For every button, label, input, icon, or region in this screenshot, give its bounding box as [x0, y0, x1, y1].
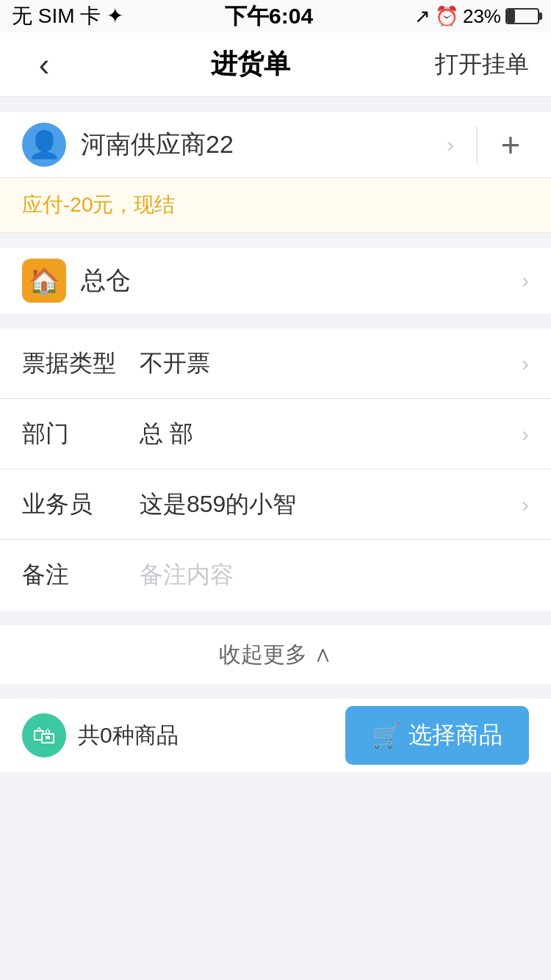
- select-products-label: 选择商品: [408, 719, 503, 752]
- select-products-icon: 🛒: [372, 721, 401, 749]
- invoice-value: 不开票: [140, 347, 522, 380]
- battery-icon: [505, 8, 539, 24]
- note-row[interactable]: 备注 备注内容: [0, 540, 551, 610]
- note-label: 备注: [22, 559, 140, 591]
- status-bar: 无 SIM 卡 ✦ 下午6:04 ↗ ⏰ 23%: [0, 0, 551, 32]
- nav-bar: ‹ 进货单 打开挂单: [0, 32, 551, 97]
- notice-text: 应付-20元，现结: [22, 193, 175, 216]
- warehouse-chevron-icon: ›: [522, 268, 529, 293]
- bottom-bar: 🛍 共0种商品 🛒 选择商品: [0, 699, 551, 772]
- house-icon: 🏠: [29, 266, 60, 295]
- sim-text: 无 SIM 卡 ✦: [12, 2, 123, 30]
- bag-icon: 🛍: [32, 722, 56, 749]
- product-icon: 🛍: [22, 713, 66, 757]
- collapse-button[interactable]: 收起更多 ∧: [0, 625, 551, 684]
- supplier-name: 河南供应商22: [81, 128, 447, 162]
- sales-value: 这是859的小智: [140, 489, 522, 521]
- battery-text: 23%: [463, 5, 501, 28]
- content-area: 👤 河南供应商22 › + 应付-20元，现结 🏠 总仓 › 票据类型 不开票 …: [0, 112, 551, 980]
- select-products-button[interactable]: 🛒 选择商品: [345, 706, 529, 765]
- supplier-card: 👤 河南供应商22 › + 应付-20元，现结: [0, 112, 551, 233]
- person-icon: 👤: [28, 129, 61, 160]
- product-count-left: 🛍 共0种商品: [22, 713, 179, 757]
- product-count-text: 共0种商品: [78, 721, 179, 751]
- status-time: 下午6:04: [225, 1, 313, 32]
- form-card: 票据类型 不开票 › 部门 总 部 › 业务员 这是859的小智 › 备注 备注…: [0, 328, 551, 610]
- supplier-row[interactable]: 👤 河南供应商22 › +: [0, 112, 551, 178]
- warehouse-row[interactable]: 🏠 总仓 ›: [0, 248, 551, 314]
- dept-chevron-icon: ›: [522, 422, 529, 447]
- note-input[interactable]: 备注内容: [140, 559, 529, 591]
- invoice-label: 票据类型: [22, 347, 140, 380]
- page-title: 进货单: [211, 46, 290, 82]
- supplier-divider: [476, 126, 478, 163]
- dept-label: 部门: [22, 418, 140, 450]
- sales-row[interactable]: 业务员 这是859的小智 ›: [0, 469, 551, 540]
- supplier-avatar: 👤: [22, 123, 66, 167]
- status-right: ↗ ⏰ 23%: [414, 5, 539, 28]
- warehouse-icon: 🏠: [22, 259, 66, 303]
- notice-banner: 应付-20元，现结: [0, 178, 551, 233]
- sales-chevron-icon: ›: [522, 492, 529, 517]
- invoice-row[interactable]: 票据类型 不开票 ›: [0, 328, 551, 399]
- collapse-label: 收起更多 ∧: [219, 640, 331, 670]
- supplier-chevron-icon: ›: [447, 132, 454, 157]
- invoice-chevron-icon: ›: [522, 351, 529, 376]
- dept-row[interactable]: 部门 总 部 ›: [0, 399, 551, 469]
- back-button[interactable]: ‹: [22, 46, 66, 83]
- sales-label: 业务员: [22, 489, 140, 521]
- status-left: 无 SIM 卡 ✦: [12, 2, 123, 30]
- empty-area: [0, 772, 551, 980]
- warehouse-card[interactable]: 🏠 总仓 ›: [0, 248, 551, 314]
- location-icon: ↗: [414, 5, 431, 28]
- warehouse-name: 总仓: [81, 264, 522, 298]
- dept-value: 总 部: [140, 418, 522, 450]
- open-pending-button[interactable]: 打开挂单: [435, 48, 529, 81]
- alarm-icon: ⏰: [435, 5, 458, 28]
- add-button[interactable]: +: [492, 125, 529, 165]
